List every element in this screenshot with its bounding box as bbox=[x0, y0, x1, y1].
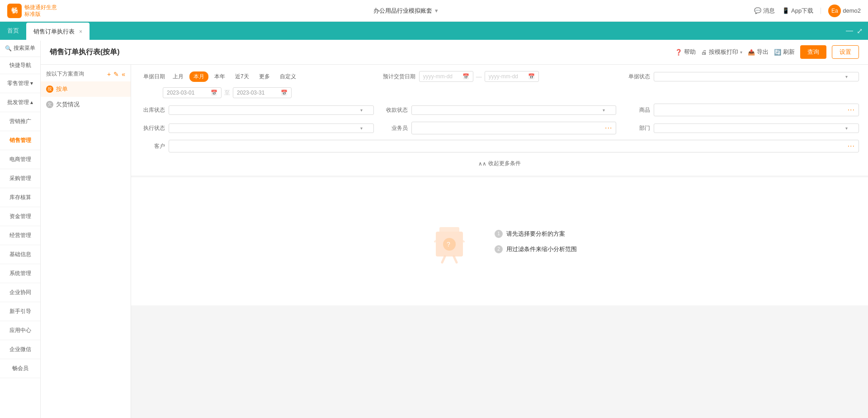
scheme-item-欠货[interactable]: 欠 欠货情况 bbox=[41, 97, 131, 112]
filter-row-3: 执行状态 ▾ 业务员 ··· bbox=[140, 122, 859, 134]
add-scheme-icon[interactable]: + bbox=[107, 71, 111, 78]
logo-area: 畅 畅捷通好生意 标准版 bbox=[7, 4, 57, 18]
sidebar-item-ecommerce[interactable]: 电商管理 bbox=[0, 150, 40, 169]
tab-bar: 首页 销售订单执行表 × — ⤢ bbox=[0, 22, 868, 40]
export-button[interactable]: 📤 导出 bbox=[748, 48, 769, 56]
filter-salesperson: 业务员 ··· bbox=[383, 122, 617, 134]
empty-steps: 1 请先选择要分析的方案 2 用过滤条件来缩小分析范围 bbox=[495, 228, 577, 255]
right-content: 单据日期 上月 本月 本年 近7天 更多 自定义 bbox=[131, 65, 868, 418]
refresh-button[interactable]: 🔄 刷新 bbox=[774, 48, 795, 56]
sidebar-item-sales[interactable]: 销售管理 bbox=[0, 131, 40, 150]
sidebar-item-wholesale[interactable]: 批发管理 ▴ bbox=[0, 93, 40, 112]
sidebar-item-newbie[interactable]: 新手引导 bbox=[0, 302, 40, 321]
user-menu[interactable]: Ea demo2 bbox=[828, 5, 861, 17]
scheme-item-按单[interactable]: 按 按单 bbox=[41, 81, 131, 97]
print-button[interactable]: 🖨 按模板打印 ▾ bbox=[701, 48, 742, 56]
ship-status-arrow: ▾ bbox=[360, 108, 363, 113]
filter-product: 商品 ··· bbox=[625, 104, 859, 116]
exec-status-arrow: ▾ bbox=[360, 126, 363, 131]
doc-status-arrow: ▾ bbox=[845, 74, 848, 79]
shortcut-7days[interactable]: 近7天 bbox=[231, 71, 253, 82]
empty-step-2: 2 用过滤条件来缩小分析范围 bbox=[495, 243, 577, 255]
tab-close-icon[interactable]: × bbox=[79, 28, 82, 35]
date-start-input[interactable]: 2023-03-01 📅 bbox=[163, 87, 222, 98]
header-divider bbox=[821, 8, 821, 14]
sidebar-item-finance[interactable]: 资金管理 bbox=[0, 207, 40, 226]
collapse-panel-icon[interactable]: « bbox=[122, 71, 125, 78]
sidebar-item-operations[interactable]: 经营管理 bbox=[0, 226, 40, 245]
sidebar-search[interactable]: 🔍 搜索菜单 bbox=[0, 40, 40, 57]
logo-icon: 畅 bbox=[7, 4, 22, 18]
dept-arrow: ▾ bbox=[845, 126, 848, 131]
shortcut-this-year[interactable]: 本年 bbox=[210, 71, 229, 82]
help-button[interactable]: ❓ 帮助 bbox=[675, 48, 696, 56]
filter-payment-status: 收款状态 ▾ bbox=[383, 104, 617, 116]
avatar: Ea bbox=[828, 5, 841, 17]
sidebar-item-wechat[interactable]: 企业微信 bbox=[0, 340, 40, 359]
date-end-input[interactable]: 2023-03-31 📅 bbox=[233, 87, 292, 98]
filter-row-1: 单据日期 上月 本月 本年 近7天 更多 自定义 bbox=[140, 71, 859, 82]
scheme-icon-grey: 欠 bbox=[46, 101, 53, 108]
sidebar-item-appstore[interactable]: 应用中心 bbox=[0, 321, 40, 340]
sidebar-item-marketing[interactable]: 营销推广 bbox=[0, 112, 40, 131]
date-range-display: 2023-03-01 📅 至 2023-03-31 📅 bbox=[163, 87, 859, 98]
content: 销售订单执行表(按单) ❓ 帮助 🖨 按模板打印 ▾ 📤 导出 🔄 刷新 bbox=[41, 40, 868, 418]
filter-area: 单据日期 上月 本月 本年 近7天 更多 自定义 bbox=[131, 65, 868, 176]
empty-illustration: ? bbox=[422, 214, 476, 269]
product-dots[interactable]: ··· bbox=[848, 106, 855, 114]
customer-dots[interactable]: ··· bbox=[848, 142, 855, 150]
page-header: 销售订单执行表(按单) ❓ 帮助 🖨 按模板打印 ▾ 📤 导出 🔄 刷新 bbox=[41, 40, 868, 65]
sidebar-item-basic[interactable]: 基础信息 bbox=[0, 245, 40, 264]
filter-expected-date: 预计交货日期 yyyy-mm-dd 📅 — yyyy-mm-dd 📅 bbox=[383, 71, 617, 82]
collapse-row: ∧∧ 收起更多条件 bbox=[140, 156, 859, 169]
product-input[interactable]: ··· bbox=[654, 104, 859, 116]
shortcut-last-month[interactable]: 上月 bbox=[169, 71, 188, 82]
message-button[interactable]: 💬 消息 bbox=[754, 7, 775, 15]
left-panel: 按以下方案查询 + ✎ « 按 按单 欠 欠货情况 bbox=[41, 65, 131, 418]
collapse-button[interactable]: ∧∧ 收起更多条件 bbox=[140, 160, 859, 167]
ship-status-select[interactable]: ▾ bbox=[169, 105, 374, 115]
expected-date-start[interactable]: yyyy-mm-dd 📅 bbox=[419, 71, 473, 82]
page-actions: ❓ 帮助 🖨 按模板打印 ▾ 📤 导出 🔄 刷新 查询 设置 bbox=[675, 45, 859, 59]
sidebar-item-purchase[interactable]: 采购管理 bbox=[0, 169, 40, 188]
expected-date-end[interactable]: yyyy-mm-dd 📅 bbox=[485, 71, 539, 82]
exec-status-select[interactable]: ▾ bbox=[169, 124, 374, 133]
top-center: 办公用品行业模拟账套 ▾ bbox=[373, 7, 438, 15]
shortcut-this-month[interactable]: 本月 bbox=[189, 71, 208, 82]
payment-status-select[interactable]: ▾ bbox=[411, 105, 617, 115]
sidebar-item-inventory[interactable]: 库存核算 bbox=[0, 188, 40, 207]
svg-rect-1 bbox=[439, 227, 459, 233]
sidebar-item-enterprise[interactable]: 企业协同 bbox=[0, 283, 40, 302]
page-title: 销售订单执行表(按单) bbox=[50, 48, 120, 57]
tab-bar-actions: — ⤢ bbox=[846, 27, 868, 35]
filter-date: 单据日期 上月 本月 本年 近7天 更多 自定义 bbox=[140, 71, 374, 82]
tab-fullscreen-icon[interactable]: ⤢ bbox=[857, 27, 863, 35]
tab-minimize-icon[interactable]: — bbox=[846, 27, 853, 35]
scheme-icon-orange: 按 bbox=[46, 86, 53, 93]
shortcut-more[interactable]: 更多 bbox=[255, 71, 274, 82]
edit-scheme-icon[interactable]: ✎ bbox=[113, 71, 119, 78]
sidebar-item-retail[interactable]: 零售管理 ▾ bbox=[0, 74, 40, 93]
tab-sales-order[interactable]: 销售订单执行表 × bbox=[26, 23, 90, 41]
setting-button[interactable]: 设置 bbox=[832, 45, 859, 59]
app-download-button[interactable]: 📱 App下载 bbox=[782, 7, 813, 15]
shortcut-custom[interactable]: 自定义 bbox=[276, 71, 300, 82]
top-right: 💬 消息 📱 App下载 Ea demo2 bbox=[754, 5, 861, 17]
filter-ship-status: 出库状态 ▾ bbox=[140, 104, 374, 116]
left-panel-icons: + ✎ « bbox=[107, 71, 125, 78]
dept-select[interactable]: ▾ bbox=[654, 124, 859, 133]
svg-line-5 bbox=[454, 256, 457, 262]
sidebar-item-member[interactable]: 畅会员 bbox=[0, 359, 40, 378]
salesperson-dots[interactable]: ··· bbox=[605, 124, 612, 132]
customer-input[interactable]: ··· bbox=[169, 140, 859, 152]
panel-layout: 按以下方案查询 + ✎ « 按 按单 欠 欠货情况 bbox=[41, 65, 868, 418]
tab-home[interactable]: 首页 bbox=[0, 22, 26, 40]
salesperson-input[interactable]: ··· bbox=[411, 122, 617, 134]
sidebar-item-system[interactable]: 系统管理 bbox=[0, 264, 40, 283]
doc-status-select[interactable]: ▾ bbox=[654, 72, 859, 81]
filter-doc-status: 单据状态 ▾ bbox=[625, 71, 859, 82]
query-button[interactable]: 查询 bbox=[800, 45, 826, 59]
sidebar-quick-nav[interactable]: 快捷导航 bbox=[0, 57, 40, 74]
svg-line-4 bbox=[442, 256, 445, 262]
main-layout: 🔍 搜索菜单 快捷导航 零售管理 ▾ 批发管理 ▴ 营销推广 销售管理 电商管理… bbox=[0, 40, 868, 418]
